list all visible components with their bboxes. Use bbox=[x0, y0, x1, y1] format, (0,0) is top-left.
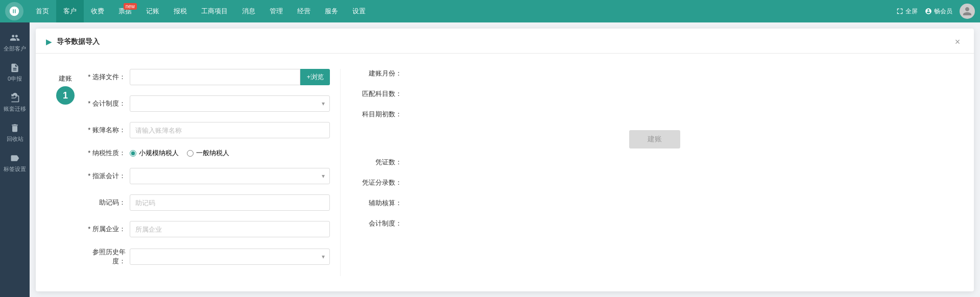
accountant-select[interactable] bbox=[130, 168, 330, 184]
info-period-label: 科目期初数： bbox=[356, 110, 402, 119]
sidebar-item-account-migration[interactable]: 账套迁移 bbox=[0, 88, 30, 118]
info-month-label: 建账月份： bbox=[356, 69, 402, 78]
tax-row: * 纳税性质： 小规模纳税人 一般纳税人 bbox=[85, 148, 330, 158]
main-content: ▶ 导爷数据导入 × 建账 1 * 选择文件： +浏览 bbox=[30, 22, 980, 297]
info-month-row: 建账月份： bbox=[356, 69, 953, 78]
nav-message[interactable]: 消息 bbox=[235, 0, 262, 22]
sidebar-item-all-clients[interactable]: 全部客户 bbox=[0, 28, 30, 58]
accountant-row: * 指派会计： bbox=[85, 168, 330, 184]
fullscreen-button[interactable]: 全屏 bbox=[896, 7, 918, 16]
app-logo[interactable] bbox=[5, 2, 23, 20]
browse-button[interactable]: +浏览 bbox=[300, 69, 330, 85]
build-btn-wrap: 建账 bbox=[356, 130, 953, 148]
info-accounting-label: 会计制度： bbox=[356, 219, 402, 228]
company-row: * 所属企业： bbox=[85, 221, 330, 237]
company-input[interactable] bbox=[130, 221, 330, 237]
info-match-row: 匹配科目数： bbox=[356, 89, 953, 98]
tax-small-radio[interactable]: 小规模纳税人 bbox=[130, 148, 179, 158]
memo-input[interactable] bbox=[130, 194, 330, 211]
nav-fee[interactable]: 收费 bbox=[84, 0, 111, 22]
file-row: * 选择文件： +浏览 bbox=[85, 69, 330, 85]
dialog-header: ▶ 导爷数据导入 × bbox=[36, 29, 974, 54]
info-period-row: 科目期初数： bbox=[356, 110, 953, 119]
ledger-input[interactable] bbox=[130, 122, 330, 138]
nav-tax[interactable]: 报税 bbox=[166, 0, 194, 22]
dialog-title: ▶ 导爷数据导入 bbox=[46, 37, 100, 46]
tax-general-radio[interactable]: 一般纳税人 bbox=[187, 148, 229, 158]
dialog: ▶ 导爷数据导入 × 建账 1 * 选择文件： +浏览 bbox=[36, 29, 974, 291]
nav-industry[interactable]: 工商项目 bbox=[194, 0, 235, 22]
info-voucher-entries-row: 凭证分录数： bbox=[356, 178, 953, 187]
tax-radio-group: 小规模纳税人 一般纳税人 bbox=[130, 148, 229, 158]
top-nav: 首页 客户 收费 票据 new 记账 报税 工商项目 消息 管理 经营 服务 设… bbox=[0, 0, 980, 22]
nav-client[interactable]: 客户 bbox=[56, 0, 84, 22]
file-input[interactable] bbox=[130, 69, 300, 85]
form-section: * 选择文件： +浏览 * 会计制度： bbox=[85, 69, 330, 276]
dialog-body: 建账 1 * 选择文件： +浏览 * 会计制度： bbox=[36, 54, 974, 291]
sidebar: 全部客户 0申报 账套迁移 回收站 标签设置 bbox=[0, 22, 30, 297]
file-input-wrap: +浏览 bbox=[130, 69, 330, 85]
nav-badge-new: new bbox=[124, 3, 137, 10]
step-label: 建账 bbox=[59, 74, 72, 83]
nav-invoice[interactable]: 票据 new bbox=[111, 0, 139, 22]
nav-operation[interactable]: 经营 bbox=[290, 0, 318, 22]
step-circle: 1 bbox=[56, 86, 75, 105]
nav-manage[interactable]: 管理 bbox=[262, 0, 290, 22]
info-voucher-label: 凭证数： bbox=[356, 158, 402, 167]
file-label: * 选择文件： bbox=[85, 72, 126, 82]
accounting-select-wrap bbox=[130, 95, 330, 112]
ledger-label: * 账簿名称： bbox=[85, 126, 126, 135]
nav-home[interactable]: 首页 bbox=[29, 0, 56, 22]
tax-label: * 纳税性质： bbox=[85, 148, 126, 158]
ledger-row: * 账簿名称： bbox=[85, 122, 330, 138]
nav-items: 首页 客户 收费 票据 new 记账 报税 工商项目 消息 管理 经营 服务 设… bbox=[29, 0, 896, 22]
accountant-select-wrap bbox=[130, 168, 330, 184]
history-select[interactable] bbox=[130, 249, 330, 265]
info-match-label: 匹配科目数： bbox=[356, 89, 402, 98]
accounting-label: * 会计制度： bbox=[85, 99, 126, 108]
step-section: 建账 1 bbox=[56, 69, 75, 276]
nav-service[interactable]: 服务 bbox=[318, 0, 345, 22]
info-section: 建账月份： 匹配科目数： 科目期初数： 建账 凭证数： bbox=[340, 69, 953, 276]
history-row: 参照历史年度： bbox=[85, 247, 330, 266]
accounting-row: * 会计制度： bbox=[85, 95, 330, 112]
member-button[interactable]: 畅会员 bbox=[925, 7, 952, 16]
info-voucher-row: 凭证数： bbox=[356, 158, 953, 167]
info-auxiliary-label: 辅助核算： bbox=[356, 199, 402, 208]
info-voucher-entries-label: 凭证分录数： bbox=[356, 178, 402, 187]
nav-right: 全屏 畅会员 bbox=[896, 4, 975, 19]
history-select-wrap bbox=[130, 249, 330, 265]
nav-settings[interactable]: 设置 bbox=[345, 0, 373, 22]
history-label: 参照历史年度： bbox=[85, 247, 126, 266]
nav-bookkeeping[interactable]: 记账 bbox=[139, 0, 166, 22]
build-button[interactable]: 建账 bbox=[629, 130, 680, 148]
close-button[interactable]: × bbox=[951, 36, 964, 48]
user-avatar[interactable] bbox=[960, 4, 975, 19]
import-icon: ▶ bbox=[46, 38, 52, 46]
company-label: * 所属企业： bbox=[85, 225, 126, 234]
sidebar-item-recycle[interactable]: 回收站 bbox=[0, 118, 30, 148]
info-auxiliary-row: 辅助核算： bbox=[356, 199, 953, 208]
accounting-select[interactable] bbox=[130, 95, 330, 112]
sidebar-item-tag-settings[interactable]: 标签设置 bbox=[0, 148, 30, 178]
memo-row: 助记码： bbox=[85, 194, 330, 211]
sidebar-item-zero-report[interactable]: 0申报 bbox=[0, 58, 30, 88]
memo-label: 助记码： bbox=[85, 198, 126, 207]
accountant-label: * 指派会计： bbox=[85, 171, 126, 181]
info-accounting-row: 会计制度： bbox=[356, 219, 953, 228]
